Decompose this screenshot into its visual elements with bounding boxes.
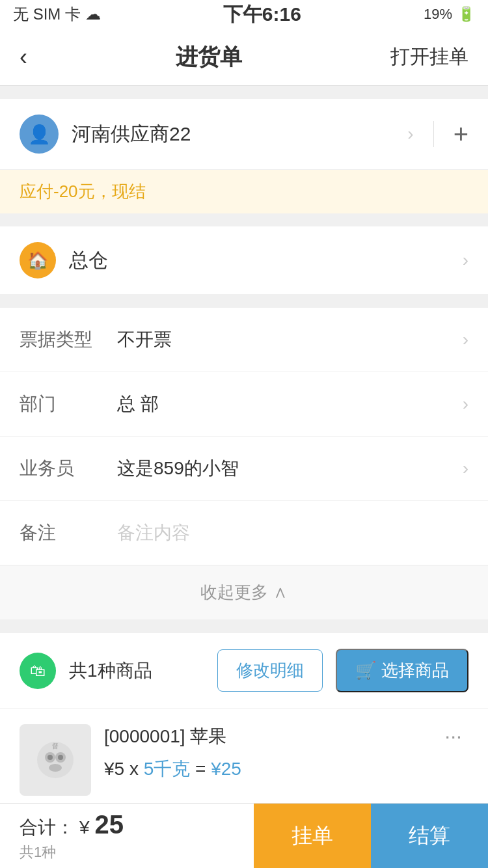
remark-row[interactable]: 备注 备注内容 [0, 500, 488, 565]
separator-1 [0, 86, 488, 99]
separator-3 [0, 294, 488, 307]
back-button[interactable]: ‹ [20, 44, 27, 71]
svg-point-3 [47, 755, 53, 760]
invoice-value: 不开票 [98, 327, 463, 352]
alert-banner: 应付-20元，现结 [0, 170, 488, 213]
open-hang-button[interactable]: 打开挂单 [390, 44, 468, 70]
salesman-row[interactable]: 业务员 这是859的小智 › [0, 436, 488, 500]
salesman-value: 这是859的小智 [98, 456, 463, 481]
status-bar: 无 SIM 卡 ☁ 下午6:16 19% 🔋 [0, 0, 488, 29]
product-item: 督 [0000001] 苹果 ¥5 x 5千克 = ¥25 ··· [0, 708, 488, 811]
invoice-row[interactable]: 票据类型 不开票 › [0, 307, 488, 372]
add-button[interactable]: + [454, 121, 468, 147]
battery-icon: 🔋 [457, 6, 475, 23]
svg-point-4 [58, 755, 63, 760]
supplier-row[interactable]: 👤 河南供应商22 › + [0, 99, 488, 170]
supplier-name: 河南供应商22 [72, 121, 407, 148]
person-icon: 👤 [28, 124, 51, 145]
department-value: 总 部 [98, 392, 463, 416]
hang-button[interactable]: 挂单 [254, 804, 371, 868]
invoice-label: 票据类型 [20, 327, 98, 352]
settle-button[interactable]: 结算 [371, 804, 488, 868]
footer: 合计： ¥ 25 共1种 挂单 结算 [0, 803, 488, 868]
supplier-avatar: 👤 [20, 115, 59, 154]
separator-4 [0, 619, 488, 632]
product-section: 🛍 共1种商品 修改明细 🛒 选择商品 督 [0000001] 苹果 [0, 632, 488, 811]
chevron-right-icon-3: › [463, 329, 468, 350]
department-row[interactable]: 部门 总 部 › [0, 372, 488, 436]
status-time: 下午6:16 [223, 1, 301, 28]
product-count: 共1种商品 [69, 658, 204, 683]
supplier-row-right: › + [407, 121, 468, 147]
product-name: [0000001] 苹果 [104, 724, 425, 749]
product-price: ¥5 x 5千克 = ¥25 [104, 757, 425, 781]
bag-icon: 🛍 [30, 662, 46, 680]
total-amount: 25 [95, 810, 124, 839]
svg-text:督: 督 [52, 742, 59, 750]
status-right: 19% 🔋 [424, 6, 475, 23]
chevron-right-icon: › [407, 124, 413, 144]
total-sub: 共1种 [20, 843, 234, 862]
home-icon: 🏠 [27, 251, 48, 271]
total-label: 合计： [20, 815, 74, 840]
product-more-button[interactable]: ··· [438, 724, 468, 748]
cart-icon: 🛒 [355, 660, 376, 681]
product-header: 🛍 共1种商品 修改明细 🛒 选择商品 [0, 632, 488, 708]
supplier-section: 👤 河南供应商22 › + 应付-20元，现结 [0, 99, 488, 213]
vertical-divider [433, 121, 434, 147]
footer-total: 合计： ¥ 25 共1种 [0, 804, 254, 868]
total-currency: ¥ [79, 817, 90, 838]
warehouse-name: 总仓 [69, 247, 463, 274]
remark-value: 备注内容 [98, 521, 468, 545]
select-product-button[interactable]: 🛒 选择商品 [336, 649, 468, 692]
department-label: 部门 [20, 392, 98, 416]
page-title: 进货单 [176, 42, 242, 72]
product-info: [0000001] 苹果 ¥5 x 5千克 = ¥25 [104, 724, 425, 781]
edit-detail-button[interactable]: 修改明细 [217, 649, 323, 692]
product-icon: 🛍 [20, 653, 56, 689]
chevron-right-icon-2: › [463, 250, 468, 271]
warehouse-section: 🏠 总仓 › [0, 226, 488, 294]
chevron-right-icon-5: › [463, 458, 468, 479]
owl-icon: 督 [36, 740, 75, 780]
separator-2 [0, 213, 488, 226]
battery-text: 19% [424, 6, 452, 23]
collapse-toggle[interactable]: 收起更多 ∧ [0, 565, 488, 619]
remark-label: 备注 [20, 521, 98, 545]
warehouse-icon: 🏠 [20, 242, 56, 278]
salesman-label: 业务员 [20, 456, 98, 481]
warehouse-row[interactable]: 🏠 总仓 › [0, 226, 488, 294]
form-section: 票据类型 不开票 › 部门 总 部 › 业务员 这是859的小智 › 备注 备注… [0, 307, 488, 619]
total-line: 合计： ¥ 25 [20, 810, 234, 840]
product-thumbnail: 督 [20, 724, 91, 796]
status-left: 无 SIM 卡 ☁ [13, 4, 101, 25]
nav-bar: ‹ 进货单 打开挂单 [0, 29, 488, 86]
signal-text: 无 SIM 卡 ☁ [13, 4, 101, 25]
chevron-right-icon-4: › [463, 394, 468, 414]
svg-point-5 [49, 764, 62, 772]
